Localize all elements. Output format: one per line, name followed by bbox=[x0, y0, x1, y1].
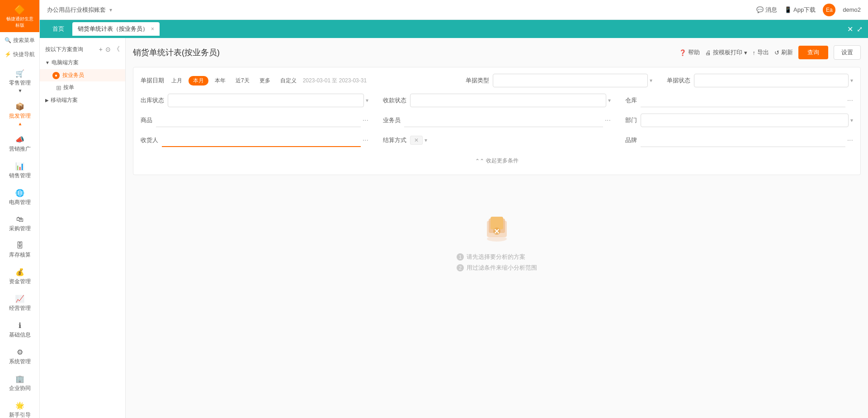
sidebar-label-newbie: 新手引导 bbox=[9, 411, 31, 418]
payment-dropdown-icon[interactable]: ▾ bbox=[425, 137, 427, 143]
sales-icon: 📊 bbox=[15, 162, 24, 171]
tree-parent-desktop[interactable]: ▼ 电脑端方案 bbox=[40, 56, 125, 69]
date-btn-custom[interactable]: 自定义 bbox=[277, 76, 300, 86]
sidebar-item-sales[interactable]: 📊 销售管理 bbox=[0, 157, 39, 184]
receipt-dropdown-icon[interactable]: ▾ bbox=[608, 97, 611, 104]
app-download-btn[interactable]: 📱 App下载 bbox=[784, 6, 816, 14]
panel-collapse-btn[interactable]: 《 bbox=[113, 45, 120, 53]
sidebar-item-marketing[interactable]: 📣 营销推广 bbox=[0, 131, 39, 157]
filter-date: 单据日期 上月 本月 本年 近7天 更多 自定义 2023-03-01 至 20… bbox=[141, 76, 451, 86]
sidebar-quick-nav[interactable]: ⚡ 快捷导航 bbox=[0, 48, 39, 61]
sidebar-label-retail: 零售管理 bbox=[9, 79, 31, 87]
sidebar-item-newbie[interactable]: 🌟 新手引导 bbox=[0, 397, 39, 418]
panel-add-btn[interactable]: + bbox=[99, 46, 103, 53]
sidebar-item-wholesale[interactable]: 📦 批发管理 ▲ bbox=[0, 98, 39, 131]
message-icon: 💬 bbox=[756, 6, 764, 13]
stock-out-select[interactable] bbox=[168, 94, 364, 107]
tree-mobile: ▶ 移动端方案 bbox=[40, 94, 125, 107]
wholesale-arrow: ▲ bbox=[18, 121, 23, 126]
stock-out-dropdown-icon[interactable]: ▾ bbox=[366, 97, 368, 104]
consignee-input[interactable] bbox=[162, 133, 361, 147]
goods-dots-icon[interactable]: ··· bbox=[363, 116, 368, 124]
user-avatar[interactable]: Ea bbox=[823, 4, 835, 16]
payment-tag-close-btn[interactable]: ✕ bbox=[414, 137, 419, 143]
salesman-dot-icon: ● bbox=[52, 72, 60, 79]
order-status-dropdown-icon[interactable]: ▾ bbox=[850, 77, 853, 84]
sidebar-item-operations[interactable]: 📈 经营管理 bbox=[0, 290, 39, 317]
message-btn[interactable]: 💬 消息 bbox=[756, 6, 777, 14]
tree-child-salesman[interactable]: ● 按业务员 bbox=[40, 69, 125, 81]
logo-icon: 🔶 bbox=[2, 4, 38, 15]
filter-receipt: 收款状态 ▾ bbox=[383, 94, 611, 107]
date-btn-last-month[interactable]: 上月 bbox=[168, 76, 186, 86]
department-select[interactable] bbox=[641, 114, 849, 127]
goods-label: 商品 bbox=[141, 116, 152, 124]
date-btn-this-year[interactable]: 本年 bbox=[211, 76, 229, 86]
collapse-btn[interactable]: ⌃⌃ 收起更多条件 bbox=[475, 157, 519, 165]
order-status-select[interactable] bbox=[694, 74, 849, 87]
sidebar-item-retail[interactable]: 🛒 零售管理 ▼ bbox=[0, 65, 39, 98]
consignee-dots-icon[interactable]: ··· bbox=[363, 136, 368, 144]
refresh-label: 刷新 bbox=[781, 48, 793, 57]
department-dropdown-icon[interactable]: ▾ bbox=[850, 117, 853, 124]
tree-parent-mobile[interactable]: ▶ 移动端方案 bbox=[40, 94, 125, 107]
warehouse-input[interactable] bbox=[641, 94, 845, 107]
tab-home-label: 首页 bbox=[52, 25, 64, 32]
tip-text-2: 用过滤条件来缩小分析范围 bbox=[467, 264, 537, 272]
filter-consignee: 收货人 ··· bbox=[141, 133, 368, 147]
tab-active[interactable]: 销货单统计表（按业务员） × bbox=[72, 22, 160, 36]
filter-order-status: 单据状态 ▾ bbox=[667, 74, 853, 87]
empty-tip-1: 1 请先选择要分析的方案 bbox=[457, 253, 537, 261]
order-type-dropdown-icon[interactable]: ▾ bbox=[650, 77, 652, 84]
tree-mobile-label: 移动端方案 bbox=[51, 96, 78, 104]
print-icon: 🖨 bbox=[705, 49, 711, 56]
brand-dots-icon[interactable]: ··· bbox=[847, 136, 853, 144]
page-title: 销货单统计表(按业务员) bbox=[133, 47, 220, 58]
filter-goods: 商品 ··· bbox=[141, 114, 368, 127]
retail-icon: 🛒 bbox=[15, 69, 24, 78]
sidebar-search[interactable]: 🔍 搜索菜单 bbox=[0, 32, 39, 48]
order-type-select[interactable] bbox=[493, 74, 647, 87]
template-print-link[interactable]: 🖨 按模板打印 ▾ bbox=[705, 48, 747, 57]
content-wrapper: 按以下方案查询 + ⊙ 《 ▼ 电脑端方案 ● 按业务员 ⊞ 按单 bbox=[40, 38, 868, 418]
sidebar-item-purchase[interactable]: 🛍 采购管理 bbox=[0, 211, 39, 237]
date-btn-7days[interactable]: 近7天 bbox=[232, 76, 253, 86]
tab-close-btn[interactable]: × bbox=[151, 26, 154, 32]
search-btn[interactable]: 查询 bbox=[798, 46, 828, 59]
tab-home[interactable]: 首页 bbox=[45, 22, 71, 36]
sidebar-label-sales: 销售管理 bbox=[9, 172, 31, 180]
sidebar: 🔶 畅捷通好生意 标版 🔍 搜索菜单 ⚡ 快捷导航 🛒 零售管理 ▼ 📦 批发管… bbox=[0, 0, 40, 418]
sidebar-label-finance: 资金管理 bbox=[9, 278, 31, 285]
goods-input[interactable] bbox=[156, 114, 361, 127]
empty-tip-2: 2 用过滤条件来缩小分析范围 bbox=[457, 264, 537, 272]
tree-sub-order[interactable]: ⊞ 按单 bbox=[40, 81, 125, 94]
warehouse-dots-icon[interactable]: ··· bbox=[847, 96, 853, 104]
panel-settings-btn[interactable]: ⊙ bbox=[105, 46, 111, 53]
help-link[interactable]: ❓ 帮助 bbox=[679, 48, 700, 57]
date-btn-this-month[interactable]: 本月 bbox=[189, 76, 208, 86]
sidebar-item-enterprise[interactable]: 🏢 企业协同 bbox=[0, 370, 39, 397]
receipt-select[interactable] bbox=[410, 94, 606, 107]
refresh-link[interactable]: ↺ 刷新 bbox=[774, 48, 793, 57]
salesman-input[interactable] bbox=[404, 114, 603, 127]
export-link[interactable]: ↑ 导出 bbox=[753, 48, 769, 57]
tree-desktop: ▼ 电脑端方案 ● 按业务员 ⊞ 按单 bbox=[40, 56, 125, 94]
tab-minimize-btn[interactable]: ✕ bbox=[847, 25, 853, 33]
sidebar-item-ecommerce[interactable]: 🌐 电商管理 bbox=[0, 184, 39, 211]
search-icon: 🔍 bbox=[5, 37, 11, 43]
tip-num-1: 1 bbox=[457, 253, 464, 261]
payment-tag: ✕ bbox=[410, 136, 423, 145]
sidebar-item-system[interactable]: ⚙ 系统管理 bbox=[0, 343, 39, 370]
sidebar-item-basic[interactable]: ℹ 基础信息 bbox=[0, 317, 39, 343]
sidebar-item-inventory[interactable]: 🗄 库存核算 bbox=[0, 237, 39, 263]
collapse-up-icon: ⌃⌃ bbox=[475, 158, 484, 164]
date-btn-more[interactable]: 更多 bbox=[256, 76, 274, 86]
sidebar-item-finance[interactable]: 💰 资金管理 bbox=[0, 263, 39, 290]
order-status-label: 单据状态 bbox=[667, 76, 690, 85]
settings-btn[interactable]: 设置 bbox=[834, 45, 861, 60]
date-label: 单据日期 bbox=[141, 76, 164, 85]
sidebar-logo[interactable]: 🔶 畅捷通好生意 标版 bbox=[0, 0, 39, 32]
salesman-dots-icon[interactable]: ··· bbox=[605, 116, 611, 124]
brand-input[interactable] bbox=[641, 133, 845, 147]
tab-expand-btn[interactable]: ⤢ bbox=[857, 25, 863, 33]
